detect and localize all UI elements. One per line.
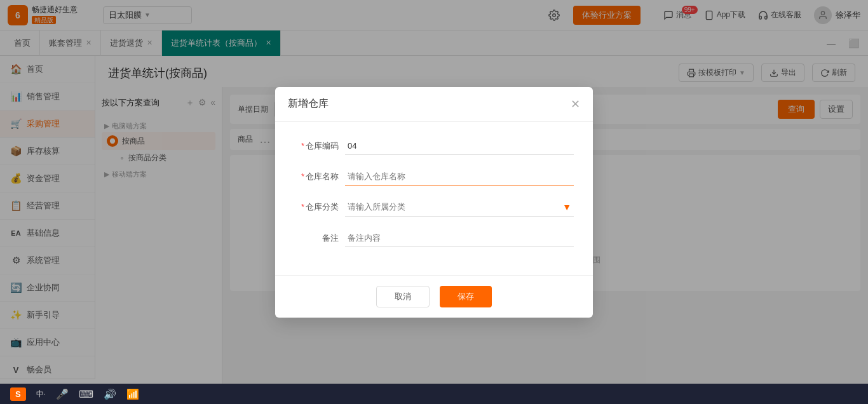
modal-title: 新增仓库 <box>288 97 329 111</box>
code-label: 仓库编码 <box>294 140 345 152</box>
form-row-name: 仓库名称 <box>294 168 574 185</box>
modal-header: 新增仓库 ✕ <box>275 87 593 122</box>
chinese-btn[interactable]: 中· <box>36 389 46 400</box>
modal-body: 仓库编码 仓库名称 仓库分类 ▼ 备注 <box>275 122 593 275</box>
s-logo: S <box>10 387 26 401</box>
modal-overlay[interactable]: 新增仓库 ✕ 仓库编码 仓库名称 仓库分类 ▼ <box>0 0 868 404</box>
speaker-icon[interactable]: 🔊 <box>104 388 116 400</box>
bottom-statusbar: S 中· 🎤 ⌨ 🔊 📶 <box>0 384 868 404</box>
code-input[interactable] <box>345 137 574 155</box>
modal-close-button[interactable]: ✕ <box>571 97 580 111</box>
form-row-category: 仓库分类 ▼ <box>294 198 574 217</box>
save-button[interactable]: 保存 <box>440 286 492 307</box>
remark-label: 备注 <box>294 232 345 244</box>
keyboard-icon[interactable]: ⌨ <box>79 388 93 400</box>
form-row-remark: 备注 <box>294 229 574 247</box>
category-label: 仓库分类 <box>294 201 345 213</box>
name-input[interactable] <box>345 168 574 185</box>
wifi-icon: 📶 <box>126 388 139 400</box>
modal-footer: 取消 保存 <box>275 275 593 318</box>
category-select-wrapper: ▼ <box>345 198 574 217</box>
remark-input[interactable] <box>345 229 574 247</box>
mic-icon[interactable]: 🎤 <box>56 388 69 400</box>
modal-dialog: 新增仓库 ✕ 仓库编码 仓库名称 仓库分类 ▼ <box>275 87 593 318</box>
category-dropdown-icon[interactable]: ▼ <box>562 202 571 212</box>
name-label: 仓库名称 <box>294 171 345 182</box>
form-row-code: 仓库编码 <box>294 137 574 155</box>
cancel-button[interactable]: 取消 <box>376 286 430 307</box>
category-input[interactable] <box>348 202 562 212</box>
